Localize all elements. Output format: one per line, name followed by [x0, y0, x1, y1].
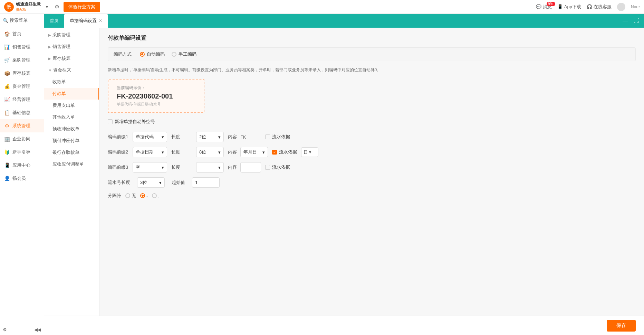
- app-download-button[interactable]: 📱 App下载: [557, 4, 581, 10]
- sidebar-item-system[interactable]: ⚙ 系统管理: [0, 119, 44, 132]
- sep-none-radio: [125, 193, 130, 198]
- bottom-bar: 保存: [44, 316, 644, 335]
- sidebar-item-sales[interactable]: 📊 销售管理: [0, 40, 44, 54]
- prefix1-serial-checkbox[interactable]: [265, 134, 270, 139]
- prefix2-content-select[interactable]: 年月日 ▾: [240, 147, 268, 157]
- sidebar-item-apps[interactable]: 📱 应用中心: [0, 159, 44, 172]
- tab-home[interactable]: 首页: [44, 14, 64, 28]
- message-button[interactable]: 💬 消息 99+: [536, 4, 552, 10]
- sub-item-payment[interactable]: 付款单: [44, 88, 99, 100]
- tab-minimize-icon[interactable]: —: [621, 16, 630, 26]
- tab-maximize-icon[interactable]: ⛶: [632, 16, 641, 26]
- topbar-right: 💬 消息 99+ 📱 App下载 🎧 在线客服 Nare: [536, 3, 640, 11]
- apps-icon: 📱: [4, 162, 10, 168]
- online-service-button[interactable]: 🎧 在线客服: [587, 4, 612, 10]
- sidebar-item-finance[interactable]: 💰 资金管理: [0, 80, 44, 93]
- sidebar-item-home[interactable]: 🏠 首页: [0, 27, 44, 40]
- dropdown-icon-5: ▾: [262, 150, 265, 155]
- encoding-type-label: 编码方式: [114, 51, 132, 57]
- sub-item-adjust[interactable]: 应收应付调整单: [44, 158, 99, 170]
- sales-icon: 📊: [4, 44, 10, 50]
- preview-code: FK-20230602-001: [117, 92, 195, 100]
- auto-fill-checkbox[interactable]: [108, 119, 113, 124]
- settings-bottom-icon[interactable]: ⚙: [3, 327, 7, 332]
- radio-manual[interactable]: 手工编码: [172, 51, 196, 57]
- sub-section-purchase: ▶ 采购管理: [44, 29, 99, 41]
- chevron-right-icon: ▶: [48, 33, 51, 37]
- settings-icon[interactable]: ⚙: [53, 2, 61, 11]
- sub-header-purchase[interactable]: ▶ 采购管理: [44, 29, 99, 41]
- sub-header-inventory[interactable]: ▶ 库存核算: [44, 53, 99, 64]
- prefix2-serial-checkbox[interactable]: ✓: [272, 150, 277, 155]
- prefix3-serial-checkbox[interactable]: [265, 165, 270, 170]
- sidebar-item-purchase[interactable]: 🛒 采购管理: [0, 54, 44, 67]
- guide-icon: 🔰: [4, 149, 10, 155]
- topbar-nav: ▼ ⚙ 体验行业方案: [44, 2, 100, 12]
- sub-item-bank[interactable]: 银行存取款单: [44, 147, 99, 158]
- auto-fill-row: 新增单据自动补空号: [108, 119, 636, 125]
- sub-item-expense[interactable]: 费用支出单: [44, 100, 99, 111]
- prefix3-content: 内容: [228, 162, 261, 173]
- dropdown-icon-6: ▾: [309, 150, 311, 155]
- chevron-right-icon-2: ▶: [48, 45, 51, 49]
- tab-close-icon[interactable]: ✕: [99, 18, 102, 23]
- sub-item-prepay-pay[interactable]: 预付冲应付单: [44, 135, 99, 147]
- sub-sidebar: ▶ 采购管理 ▶ 销售管理 ▶ 库存核算: [44, 28, 99, 316]
- sidebar-item-member[interactable]: 👤 畅会员: [0, 172, 44, 185]
- serial-row: 流水号长度 3位 ▾ 起始值: [108, 177, 636, 188]
- separator-dot[interactable]: .: [152, 193, 160, 198]
- page-title: 付款单编码设置: [108, 35, 636, 42]
- start-value-input[interactable]: [192, 177, 220, 188]
- prefix1-label: 编码前缀1: [108, 134, 128, 140]
- save-button[interactable]: 保存: [607, 320, 636, 332]
- sub-header-capital[interactable]: ▼ 资金往来: [44, 64, 99, 76]
- trial-button[interactable]: 体验行业方案: [64, 2, 100, 12]
- main-layout: 🔍 搜索菜单 🏠 首页 📊 销售管理 🛒 采购管理 📦 库存核算 💰: [0, 14, 644, 335]
- dropdown-icon-9: ▾: [159, 180, 162, 185]
- start-value-label: 起始值: [172, 179, 185, 186]
- prefix2-label: 编码前缀2: [108, 149, 128, 155]
- separator-none[interactable]: 无: [125, 193, 136, 199]
- serial-length-select[interactable]: 3位 ▾: [137, 177, 165, 188]
- search-menu[interactable]: 🔍 搜索菜单: [0, 14, 44, 27]
- prefix1-length-select[interactable]: 2位 ▾: [196, 132, 224, 142]
- prefix2-period-select[interactable]: 日 ▾: [301, 147, 318, 157]
- system-icon: ⚙: [4, 123, 10, 129]
- nav-dropdown-icon[interactable]: ▼: [44, 3, 50, 11]
- prefix1-select[interactable]: 单据代码 ▾: [133, 132, 167, 142]
- home-icon: 🏠: [4, 31, 10, 37]
- sidebar-item-guide[interactable]: 🔰 新手引导: [0, 146, 44, 159]
- form-row-prefix2: 编码前缀2 单据日期 ▾ 长度 8位 ▾ 内容 年月日 ▾: [108, 147, 636, 157]
- sep-dot-radio: [152, 193, 157, 198]
- prefix3-length-select[interactable]: — ▾: [196, 162, 224, 173]
- sub-item-income[interactable]: 其他收入单: [44, 111, 99, 123]
- separator-row: 分隔符 无 - .: [108, 193, 636, 199]
- search-icon: 🔍: [3, 18, 8, 23]
- main-panel: 付款单编码设置 编码方式 自动编码 手工编码: [99, 28, 644, 316]
- prefix3-select[interactable]: 空 ▾: [133, 162, 167, 173]
- collapse-icon[interactable]: ◀◀: [34, 327, 41, 332]
- phone-icon: 📱: [557, 4, 563, 9]
- radio-auto[interactable]: 自动编码: [140, 51, 165, 57]
- dropdown-icon-7: ▾: [162, 165, 164, 170]
- tab-encoding[interactable]: 单据编码设置 ✕: [64, 14, 108, 28]
- sub-header-sales[interactable]: ▶ 销售管理: [44, 41, 99, 53]
- finance-icon: 💰: [4, 84, 10, 89]
- user-avatar[interactable]: [617, 3, 625, 11]
- sidebar-item-basic[interactable]: 📋 基础信息: [0, 106, 44, 119]
- dropdown-icon-8: ▾: [218, 165, 221, 170]
- sub-item-receipt[interactable]: 收款单: [44, 76, 99, 88]
- prefix3-length-label: 长度: [171, 164, 192, 170]
- sidebar-item-enterprise[interactable]: 🏢 企业协同: [0, 132, 44, 146]
- separator-dash[interactable]: -: [140, 193, 148, 198]
- prefix2-select[interactable]: 单据日期 ▾: [133, 147, 167, 157]
- preview-desc: 单据代码-单据日期-流水号: [117, 102, 195, 107]
- sub-item-prepay-recv[interactable]: 预收冲应收单: [44, 123, 99, 135]
- content-area: ▶ 采购管理 ▶ 销售管理 ▶ 库存核算: [44, 28, 644, 316]
- auto-fill-label: 新增单据自动补空号: [115, 119, 155, 125]
- sidebar-item-inventory[interactable]: 📦 库存核算: [0, 67, 44, 80]
- prefix2-length-label: 长度: [171, 149, 192, 155]
- dropdown-icon: ▾: [162, 134, 164, 140]
- prefix2-length-select[interactable]: 8位 ▾: [196, 147, 224, 157]
- sidebar-item-operation[interactable]: 📈 经营管理: [0, 93, 44, 106]
